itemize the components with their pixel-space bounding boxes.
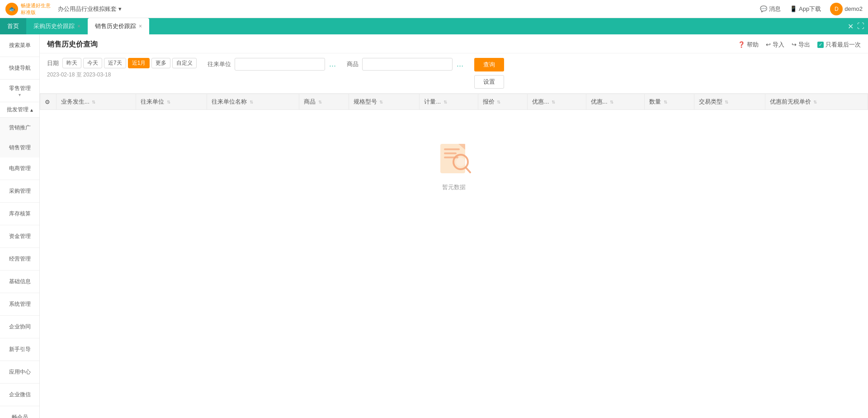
tab-bar: 首页 采购历史价跟踪 × 销售历史价跟踪 × ✕ ⛶ bbox=[0, 18, 868, 34]
tab-purchase-history-close[interactable]: × bbox=[77, 23, 80, 29]
date-btn-today[interactable]: 今天 bbox=[83, 58, 102, 68]
tab-expand-icon[interactable]: ⛶ bbox=[857, 22, 864, 30]
sort-biz-date-icon: ⇅ bbox=[92, 100, 95, 104]
tab-home[interactable]: 首页 bbox=[0, 18, 26, 34]
table-col-unit[interactable]: 计量... ⇅ bbox=[420, 94, 478, 110]
date-range-text: 2023-02-18 至 2023-03-18 bbox=[47, 71, 197, 79]
main-layout: 搜索菜单 快捷导航 零售管理 ▾ 批发管理 ▴ 营销推广 销售管理 电商管理 采… bbox=[0, 34, 868, 418]
date-btn-yesterday[interactable]: 昨天 bbox=[62, 58, 81, 68]
export-action[interactable]: ↪ 导出 bbox=[792, 41, 810, 49]
app-download-action[interactable]: 📱 App下载 bbox=[790, 5, 821, 13]
tab-close-all-icon[interactable]: ✕ bbox=[848, 22, 854, 31]
svg-rect-1 bbox=[444, 148, 460, 150]
goods-filter-dots-icon[interactable]: … bbox=[456, 60, 463, 68]
tab-sales-history-label: 销售历史价跟踪 bbox=[95, 22, 136, 30]
dropdown-arrow-icon: ▾ bbox=[118, 5, 122, 12]
table-col-biz-date[interactable]: 业务发生... ⇅ bbox=[57, 94, 136, 110]
table-col-partner-name[interactable]: 往来单位名称 ⇅ bbox=[207, 94, 299, 110]
query-button[interactable]: 查询 bbox=[474, 58, 504, 71]
sidebar-item-ecommerce[interactable]: 电商管理 bbox=[0, 157, 39, 180]
table-col-spec[interactable]: 规格型号 ⇅ bbox=[349, 94, 420, 110]
table-col-settings[interactable]: ⚙ bbox=[40, 94, 57, 110]
sidebar-item-retail-mgmt[interactable]: 零售管理 ▾ bbox=[0, 80, 39, 102]
sidebar-item-marketing[interactable]: 营销推广 bbox=[0, 118, 39, 138]
sidebar-ecommerce-label: 电商管理 bbox=[9, 165, 31, 172]
header-right: 💬 消息 📱 App下载 D demo2 bbox=[760, 3, 863, 15]
table-col-trade-type[interactable]: 交易类型 ⇅ bbox=[694, 94, 765, 110]
avatar: D bbox=[830, 3, 843, 15]
table-col-discount1[interactable]: 优惠... ⇅ bbox=[528, 94, 586, 110]
table-col-price[interactable]: 报价 ⇅ bbox=[478, 94, 528, 110]
goods-filter-row: 商品 … bbox=[347, 58, 463, 71]
tab-sales-history-close[interactable]: × bbox=[139, 23, 142, 29]
empty-state: 暂元数据 bbox=[40, 110, 868, 218]
logo-area: 🐟 畅捷通好生意 标准版 bbox=[5, 2, 51, 15]
export-icon: ↪ bbox=[792, 41, 797, 48]
sidebar-item-finance[interactable]: 资金管理 bbox=[0, 225, 39, 248]
user-action[interactable]: D demo2 bbox=[830, 3, 863, 15]
sidebar-enterprise-wechat-label: 企业微信 bbox=[9, 391, 31, 399]
sidebar-item-system-mgmt[interactable]: 系统管理 bbox=[0, 293, 39, 316]
partner-filter-col: 往来单位 … bbox=[208, 58, 336, 71]
sidebar-item-enterprise-collab[interactable]: 企业协同 bbox=[0, 316, 39, 338]
sort-discount1-icon: ⇅ bbox=[552, 100, 555, 104]
table-col-goods[interactable]: 商品 ⇅ bbox=[299, 94, 349, 110]
only-last-checkbox-label[interactable]: ✓ 只看最后一次 bbox=[817, 41, 861, 49]
sidebar-item-enterprise-wechat[interactable]: 企业微信 bbox=[0, 384, 39, 406]
sidebar-item-operations[interactable]: 经营管理 bbox=[0, 248, 39, 271]
partner-filter-input[interactable] bbox=[235, 58, 325, 71]
sort-spec-icon: ⇅ bbox=[379, 100, 383, 104]
app-title-dropdown[interactable]: 办公用品行业模拟账套 ▾ bbox=[54, 3, 125, 15]
sidebar-finance-label: 资金管理 bbox=[9, 233, 31, 240]
table-col-partner-code[interactable]: 往来单位 ⇅ bbox=[136, 94, 207, 110]
sidebar-item-sales-mgmt[interactable]: 销售管理 bbox=[0, 138, 39, 157]
filter-bar: 日期 昨天 今天 近7天 近1月 更多 自定义 2023-02-18 至 202… bbox=[40, 53, 868, 94]
help-action[interactable]: ❓ 帮助 bbox=[738, 41, 759, 49]
tab-home-label: 首页 bbox=[7, 22, 19, 30]
table-col-pre-tax-price[interactable]: 优惠前无税单价 ⇅ bbox=[765, 94, 868, 110]
sidebar-item-inventory[interactable]: 库存核算 bbox=[0, 203, 39, 225]
sidebar-item-basic-info[interactable]: 基础信息 bbox=[0, 271, 39, 293]
date-btn-custom[interactable]: 自定义 bbox=[172, 58, 197, 68]
table-col-quantity[interactable]: 数量 ⇅ bbox=[645, 94, 694, 110]
sidebar-item-purchase[interactable]: 采购管理 bbox=[0, 180, 39, 203]
only-last-checkbox[interactable]: ✓ bbox=[817, 42, 824, 48]
content-area: 销售历史价查询 ❓ 帮助 ↩ 导入 ↪ 导出 ✓ 只看最后一次 bbox=[40, 34, 868, 418]
date-btn-7days[interactable]: 近7天 bbox=[104, 58, 126, 68]
sidebar-item-new-guide[interactable]: 新手引导 bbox=[0, 338, 39, 361]
sidebar-member-label: 畅会员 bbox=[12, 413, 28, 418]
date-filter-label: 日期 bbox=[47, 59, 59, 67]
sidebar-item-member[interactable]: 畅会员 bbox=[0, 406, 39, 418]
tab-purchase-history[interactable]: 采购历史价跟踪 × bbox=[26, 18, 88, 34]
top-header: 🐟 畅捷通好生意 标准版 办公用品行业模拟账套 ▾ 💬 消息 📱 App下载 D… bbox=[0, 0, 868, 18]
sort-partner-code-icon: ⇅ bbox=[167, 100, 170, 104]
app-download-label: App下载 bbox=[799, 5, 821, 13]
date-btn-1month[interactable]: 近1月 bbox=[128, 58, 150, 68]
sidebar-system-mgmt-label: 系统管理 bbox=[9, 300, 31, 308]
app-download-icon: 📱 bbox=[790, 5, 797, 12]
page-title: 销售历史价查询 bbox=[47, 40, 98, 49]
sidebar-item-wholesale-mgmt[interactable]: 批发管理 ▴ bbox=[0, 102, 39, 118]
message-action[interactable]: 💬 消息 bbox=[760, 5, 781, 13]
tab-sales-history[interactable]: 销售历史价跟踪 × bbox=[88, 18, 149, 34]
filter-action-col: 查询 设置 bbox=[474, 58, 504, 89]
settings-button[interactable]: 设置 bbox=[474, 75, 504, 89]
import-action[interactable]: ↩ 导入 bbox=[766, 41, 784, 49]
import-icon: ↩ bbox=[766, 41, 771, 48]
goods-filter-input[interactable] bbox=[362, 58, 453, 71]
sidebar-item-search-menu[interactable]: 搜索菜单 bbox=[0, 34, 39, 57]
svg-point-5 bbox=[456, 157, 465, 166]
sidebar-item-quick-nav[interactable]: 快捷导航 bbox=[0, 57, 39, 80]
message-label: 消息 bbox=[769, 5, 781, 13]
partner-filter-dots-icon[interactable]: … bbox=[329, 60, 336, 68]
sidebar-item-app-center[interactable]: 应用中心 bbox=[0, 361, 39, 384]
sidebar-wholesale-arrow-icon: ▴ bbox=[30, 107, 33, 113]
sidebar-operations-label: 经营管理 bbox=[9, 255, 31, 263]
header-left: 🐟 畅捷通好生意 标准版 办公用品行业模拟账套 ▾ bbox=[5, 2, 125, 15]
table-col-discount2[interactable]: 优惠... ⇅ bbox=[586, 94, 644, 110]
date-btn-more[interactable]: 更多 bbox=[151, 58, 170, 68]
export-label: 导出 bbox=[798, 41, 810, 49]
sidebar-app-center-label: 应用中心 bbox=[9, 368, 31, 376]
username-label: demo2 bbox=[844, 5, 863, 12]
page-header: 销售历史价查询 ❓ 帮助 ↩ 导入 ↪ 导出 ✓ 只看最后一次 bbox=[40, 34, 868, 53]
